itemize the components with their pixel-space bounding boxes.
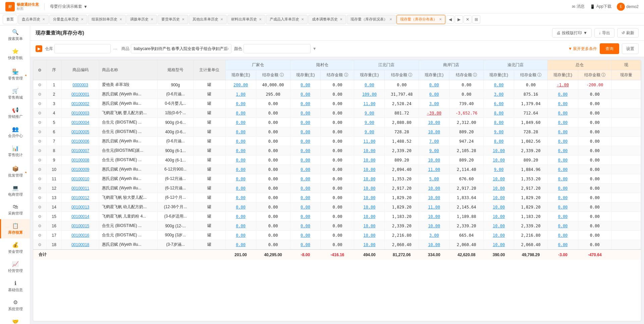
close-icon[interactable]: ✕ [301,17,304,21]
footer-factory-qty: 201.00 [225,249,256,260]
row-code[interactable]: 00100016 [62,231,99,240]
row-code[interactable]: 00100005 [62,127,99,137]
close-icon[interactable]: ✕ [340,17,342,21]
tab-material-out[interactable]: 材料出库单历史 ✕ [227,15,265,24]
row-jb-amt: 2,080.80 [385,118,419,127]
tab-next-btn[interactable]: ▶ [455,15,463,24]
export-btn[interactable]: ↓ 导出 [594,28,614,38]
sidebar-item-nav[interactable]: ⭐ 快捷导航 [0,45,30,64]
sidebar-item-collab[interactable]: 🤝 企业协同 [0,315,30,324]
print-btn[interactable]: 🖨 按模版打印 ▼ [552,28,592,38]
sidebar-item-operations[interactable]: 📈 经营管理 [0,258,30,277]
tab-stock-distribution[interactable]: 现存量（库存分布表） ✕ [396,15,445,24]
row-lu-amt: 0.00 [321,231,354,240]
row-code[interactable]: 00100006 [62,137,99,146]
tab-expand-btn[interactable]: ⊞ [472,15,480,24]
row-code[interactable]: 00100002 [62,99,99,108]
color-input[interactable] [244,44,311,53]
row-code[interactable]: 00100001 [62,90,99,99]
row-na-qty: 10.00 [419,240,449,250]
user-area[interactable]: E demo2 [617,3,639,11]
sidebar-item-ecommerce[interactable]: 💻 电商管理 [0,181,30,200]
sidebar-label-wholesale: 批发管理 [8,173,23,178]
close-icon[interactable]: ✕ [151,17,153,21]
row-code[interactable]: 00100012 [62,193,99,202]
expand-more-btn[interactable]: ▼ 展开更多条件 [568,46,597,52]
tab-transfer[interactable]: 调拨单历史 ✕ [126,15,157,24]
sidebar-item-mall[interactable]: 🛒 零售商城 [0,84,30,103]
close-icon[interactable]: ✕ [42,17,45,21]
row-jb-qty: 10.00 [354,221,385,231]
row-code[interactable]: 00100018 [62,240,99,250]
search-btn[interactable]: 查询 [600,43,619,54]
row-code[interactable]: 00100003 [62,108,99,118]
tab-stock-status[interactable]: 现存量（库存状况表） ✕ [347,15,396,24]
sidebar-item-system[interactable]: ⚙ 系统管理 [0,296,30,315]
row-total-amt: 0.00 [578,90,611,99]
sidebar-item-purchase[interactable]: 🛍 采购管理 [0,200,30,219]
close-icon[interactable]: ✕ [81,17,84,21]
app-download-btn[interactable]: 📱 App下载 [590,4,611,9]
row-code[interactable]: 00100009 [62,165,99,174]
warehouse-label: 仓库 [45,46,53,52]
close-icon[interactable]: ✕ [389,17,392,21]
footer-lu-amt: -416.16 [321,249,354,260]
sidebar-item-retail-stat[interactable]: 📊 零售统计 [0,142,30,161]
warehouse-input[interactable] [54,44,111,53]
sidebar-item-finance[interactable]: 💰 资金管理 [0,238,30,258]
tab-partial-inventory[interactable]: 分量盘点单历史 ✕ [49,15,87,24]
row-code[interactable]: 0000003 [62,80,99,90]
row-na-qty: 10.00 [419,155,449,165]
tab-prev-btn[interactable]: ◀ [446,15,454,24]
row-code[interactable]: 00100007 [62,146,99,155]
close-icon[interactable]: ✕ [439,17,442,21]
sidebar-item-search[interactable]: 🔍 搜索英单 [0,26,30,45]
tab-requisition[interactable]: 要货单历史 ✕ [158,15,188,24]
row-code[interactable]: 00100015 [62,221,99,231]
row-code[interactable]: 00100011 [62,184,99,193]
tab-other-out[interactable]: 其他出库单历史 ✕ [189,15,227,24]
table-row: ⚙ 16 00100015 合生元 (BIOSTIME) ... 900g (1… [33,221,641,231]
row-code[interactable]: 00100008 [62,155,99,165]
row-jb-qty: 10.00 [354,240,385,250]
industry-selector[interactable]: 母婴行业演示账套 ▼ [50,4,88,9]
row-code[interactable]: 00100010 [62,174,99,184]
row-code[interactable]: 00100013 [62,202,99,212]
row-yb-amt: 809.20 [514,155,548,165]
sidebar-item-inventory[interactable]: 📋 库存核算 [0,219,30,238]
row-unit: 罐 [193,118,225,127]
tab-assembly[interactable]: 组装拆卸单历史 ✕ [88,15,126,24]
table-row: ⚙ 3 00100002 惠氏启赋 (Wyeth illu... 0-6月婴儿.… [33,99,641,108]
close-icon[interactable]: ✕ [259,17,262,21]
refresh-btn[interactable]: ↺ 刷新 [617,28,639,38]
sidebar-label-purchase: 采购管理 [8,211,23,216]
tab-close-all-btn[interactable]: ✕ [464,15,472,24]
close-icon[interactable]: ✕ [182,17,184,21]
row-jb-qty: 11.00 [354,99,385,108]
row-code[interactable]: 00100004 [62,118,99,127]
row-na-qty: 10.00 [419,184,449,193]
sidebar-item-basics[interactable]: ℹ 基础信息 [0,277,30,296]
row-name: 惠氏启赋 (Wyeth illu... [99,184,158,193]
goods-input[interactable] [131,44,231,53]
col-spec-header: 规格型号 [158,60,194,80]
sidebar-item-marketing[interactable]: 📢 营销推广 [0,103,30,123]
group-header-row: ⚙ 序 商品编码 商品名称 规格型号 主计量单位 厂家仓 陆村仓 江北门店 南岸… [33,60,641,70]
sidebar-item-wholesale[interactable]: 📦 批发管理 [0,162,30,181]
table-row: ⚙ 1 0000003 爱他美 卓萃3段 900g 罐 200.00 40,00… [33,80,641,90]
sidebar-item-member[interactable]: 👥 会员中心 [0,123,30,142]
tab-cost-adjust[interactable]: 成本调整单历史 ✕ [308,15,346,24]
row-spec: 900g [158,80,194,90]
tab-inventory-history[interactable]: 盘点单历史 ✕ [18,15,49,24]
sidebar-item-retail[interactable]: 🏪 零售管理 [0,65,30,84]
tab-production-in[interactable]: 产成品入库单历史 ✕ [266,15,308,24]
filter-toggle-btn[interactable]: ▶ [36,45,42,52]
close-icon[interactable]: ✕ [220,17,223,21]
message-btn[interactable]: ✉ 消息 [572,4,585,9]
table-row: ⚙ 17 00100016 合生元 (BIOSTIME) ... 900g (3… [33,231,641,240]
tab-home[interactable]: 首页 [3,15,17,24]
close-icon[interactable]: ✕ [119,17,122,21]
settings-btn[interactable]: 设置 [622,43,639,54]
row-code[interactable]: 00100014 [62,212,99,221]
footer-label: 合计 [33,249,225,260]
